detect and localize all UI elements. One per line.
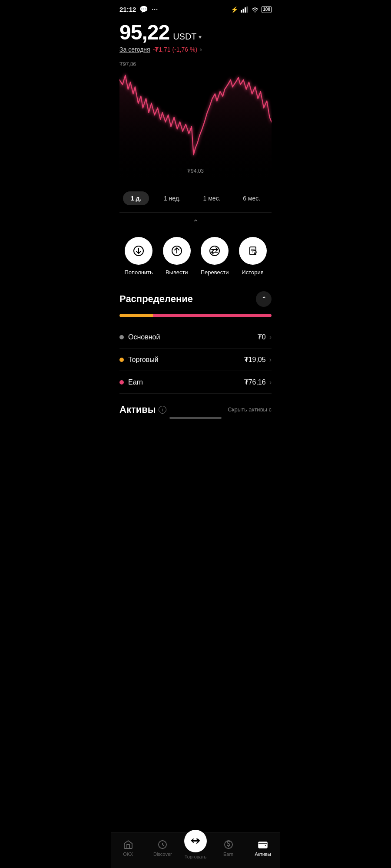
discover-icon [157, 839, 168, 850]
bar-segment-earn [153, 314, 272, 317]
balance-row: 95,22 USDT ▾ [119, 20, 272, 44]
trade-icon [190, 835, 201, 847]
withdraw-label: Вывести [166, 269, 188, 276]
bluetooth-icon: ⚡ [231, 6, 238, 13]
dist-item-trading[interactable]: Торговый ₮19,05 › [119, 349, 272, 371]
time-display: 21:12 [119, 6, 136, 13]
deposit-icon [133, 245, 145, 257]
dist-arrow-earn-icon: › [269, 378, 272, 386]
main-content: 95,22 USDT ▾ За сегодня -₮1,71 (-1,76 %)… [111, 16, 280, 415]
nav-earn[interactable]: Earn [215, 839, 242, 857]
nav-discover-label: Discover [153, 852, 172, 857]
time-filter-1w[interactable]: 1 нед. [156, 191, 189, 205]
wallet-icon [258, 839, 268, 850]
transfer-icon [209, 245, 221, 257]
balance-amount: 95,22 [119, 20, 169, 44]
withdraw-icon [171, 245, 183, 257]
assets-info-icon[interactable]: i [159, 406, 166, 414]
battery-icon: 100 [262, 6, 272, 13]
time-filter-6m[interactable]: 6 мес. [235, 191, 268, 205]
assets-section: Активы i Скрыть активы с [119, 397, 272, 415]
nav-assets-label: Активы [255, 852, 271, 857]
chart-container: ₮97,86 ₮94,03 [119, 61, 272, 183]
home-icon [123, 839, 133, 850]
change-value: -₮1,71 (-1,76 %) [153, 46, 197, 53]
change-row[interactable]: За сегодня -₮1,71 (-1,76 %) › [119, 46, 202, 54]
dist-item-earn[interactable]: Earn ₮76,16 › [119, 371, 272, 394]
deposit-label: Пополнить [124, 269, 152, 276]
dist-arrow-icon: › [269, 333, 272, 341]
nav-discover[interactable]: Discover [149, 839, 176, 857]
bottom-nav: OKX Discover Торговать Earn [111, 832, 280, 868]
history-label: История [242, 269, 263, 276]
svg-rect-1 [243, 9, 244, 13]
home-indicator [169, 417, 222, 419]
signal-icon [241, 7, 249, 13]
dist-arrow-trading-icon: › [269, 356, 272, 364]
deposit-circle [125, 237, 152, 265]
time-filter-1m[interactable]: 1 мес. [196, 191, 229, 205]
transfer-label: Перевести [201, 269, 229, 276]
change-arrow-icon: › [200, 46, 202, 53]
whatsapp-icon: 💬 [139, 5, 148, 13]
collapse-row[interactable]: ⌃ [119, 213, 272, 233]
balance-currency[interactable]: USDT ▾ [173, 32, 201, 42]
svg-rect-21 [265, 845, 266, 846]
nav-trade-label: Торговать [185, 854, 206, 859]
today-label: За сегодня [119, 46, 150, 53]
distribution-section: Распределение ⌃ Основной ₮0 › Торговый [119, 284, 272, 397]
chart-top-label: ₮97,86 [119, 61, 136, 67]
nav-assets[interactable]: Активы [250, 839, 276, 857]
dot-gray-icon [119, 335, 124, 339]
hide-assets-label: Скрыть активы с [228, 406, 272, 414]
deposit-button[interactable]: Пополнить [124, 237, 152, 276]
wifi-icon [251, 7, 259, 13]
time-filters: 1 д. 1 нед. 1 мес. 6 мес. [119, 186, 272, 213]
withdraw-circle [163, 237, 191, 265]
chart-bottom-label: ₮94,03 [187, 168, 204, 174]
price-chart [119, 61, 272, 183]
earn-icon [223, 839, 234, 850]
svg-point-17 [225, 841, 232, 848]
nav-okx[interactable]: OKX [115, 839, 141, 857]
actions-row: Пополнить Вывести [119, 233, 272, 284]
svg-point-8 [210, 246, 219, 256]
assets-title: Активы [119, 404, 156, 415]
distribution-toggle[interactable]: ⌃ [256, 291, 272, 307]
status-icons: ⚡ 100 [231, 6, 272, 13]
distribution-bar [119, 314, 272, 317]
dot-gold-icon [119, 358, 124, 362]
assets-header: Активы i Скрыть активы с [119, 404, 272, 415]
dot-pink-icon [119, 380, 124, 385]
bar-segment-trading [119, 314, 153, 317]
withdraw-button[interactable]: Вывести [163, 237, 191, 276]
transfer-circle [201, 237, 229, 265]
distribution-title: Распределение [119, 293, 193, 305]
history-button[interactable]: История [239, 237, 267, 276]
svg-rect-3 [247, 7, 248, 13]
distribution-header: Распределение ⌃ [119, 291, 272, 307]
currency-chevron-icon: ▾ [199, 33, 202, 40]
nav-trade[interactable]: Торговать [184, 837, 207, 859]
svg-rect-2 [245, 7, 246, 13]
time-filter-1d[interactable]: 1 д. [123, 191, 149, 205]
nav-earn-label: Earn [223, 852, 233, 857]
history-circle [239, 237, 267, 265]
history-icon [247, 245, 259, 257]
status-bar: 21:12 💬 ··· ⚡ 100 [111, 0, 280, 16]
status-time: 21:12 💬 ··· [119, 5, 158, 13]
ellipsis-icon: ··· [152, 6, 158, 13]
svg-rect-0 [241, 10, 242, 13]
trade-circle [184, 830, 207, 852]
dist-item-main[interactable]: Основной ₮0 › [119, 326, 272, 349]
nav-okx-label: OKX [123, 852, 133, 857]
transfer-button[interactable]: Перевести [201, 237, 229, 276]
chevron-up-icon: ⌃ [192, 218, 199, 227]
